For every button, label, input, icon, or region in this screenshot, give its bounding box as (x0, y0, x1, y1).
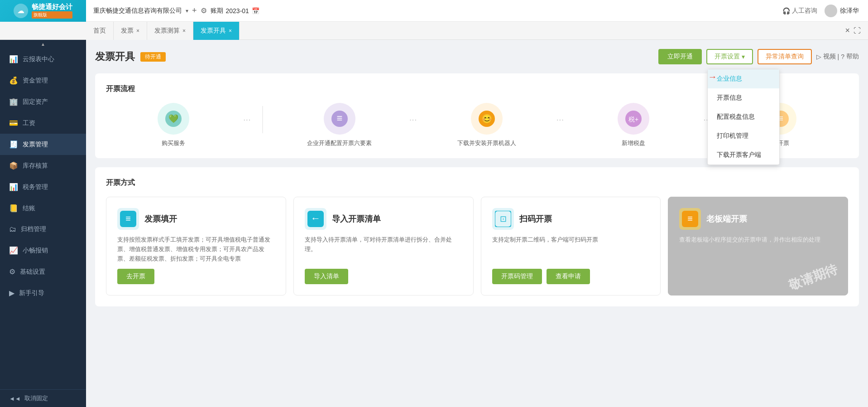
method-card-import: ← 导入开票清单 支持导入待开票清单，可对待开票清单进行拆分、合并处理。 导入清… (293, 197, 474, 296)
guide-icon: ▶ (9, 289, 14, 297)
step3-label: 下载并安装开票机器人 (457, 139, 516, 147)
method-scan-footer: 开票码管理 查看申请 (492, 269, 650, 284)
dropdown-item-invoice-info[interactable]: 开票信息 (708, 88, 779, 107)
logo-text-area: 畅捷通好会计 旗舰版 (32, 3, 72, 19)
settings-icon[interactable]: ⚙ (201, 6, 207, 15)
method-scan-btn1[interactable]: 开票码管理 (492, 269, 542, 284)
user-info[interactable]: 徐泽华 (825, 5, 859, 17)
svg-text:≡: ≡ (336, 112, 342, 124)
invoice-icon: 🧾 (9, 140, 18, 149)
top-right: 🎧 人工咨询 徐泽华 (773, 5, 868, 17)
method-import-btn[interactable]: 导入清单 (305, 269, 348, 284)
method-fill-icon: ≡ (117, 208, 139, 230)
sidebar: ▲ 📊 云报表中心 💰 资金管理 🏢 固定资产 💳 工资 🧾 发票管理 📦 库存… (0, 40, 86, 407)
fund-icon: 💰 (9, 76, 18, 85)
dropdown-item-company-info[interactable]: 企业信息 (708, 69, 779, 88)
tab-issue-close[interactable]: × (229, 28, 232, 34)
activate-button[interactable]: 立即开通 (658, 49, 702, 64)
method-card-boss: ≡ 老板端开票 查看老板端小程序提交的开票申请，并作出相应的处理 敬请期待 (668, 197, 848, 296)
tab-issue[interactable]: 发票开具 × (193, 22, 240, 40)
sidebar-item-tax[interactable]: 📊 税务管理 (0, 176, 86, 198)
divider-1 (262, 106, 263, 133)
method-fill-header: ≡ 发票填开 (117, 208, 275, 230)
tab-estimate-close[interactable]: × (182, 28, 186, 34)
stock-icon: 📦 (9, 161, 18, 170)
tab-home[interactable]: 首页 (86, 22, 114, 40)
process-step-2: ≡ 企业开通配置开票六要素 (272, 103, 407, 147)
sidebar-item-asset[interactable]: 🏢 固定资产 (0, 91, 86, 112)
company-name[interactable]: 重庆畅捷交通信息咨询有限公司 (93, 7, 182, 15)
method-fill-name: 发票填开 (144, 213, 177, 224)
maximize-icon[interactable]: ⛶ (854, 27, 861, 35)
dropdown-item-printer[interactable]: 打印机管理 (708, 126, 779, 145)
svg-text:税+: 税+ (628, 116, 638, 123)
settings-sidebar-icon: ⚙ (9, 267, 15, 276)
tab-invoice-close[interactable]: × (136, 28, 139, 34)
method-scan-btn2[interactable]: 查看申请 (547, 269, 590, 284)
sidebar-item-fund[interactable]: 💰 资金管理 (0, 70, 86, 91)
dropdown-item-download-client[interactable]: 下载开票客户端 (708, 145, 779, 165)
video-button[interactable]: ▷ 视频 | ? 帮助 (816, 53, 859, 61)
logo-area: ☁ 畅捷通好会计 旗舰版 (0, 0, 86, 22)
step4-label: 新增税盘 (622, 139, 645, 147)
close-window-icon[interactable]: × (845, 26, 850, 35)
step1-icon: 💚 (158, 103, 189, 135)
dropdown-item-tax-config[interactable]: 配置税盘信息 (708, 107, 779, 126)
method-fill-footer: 去开票 (117, 269, 275, 284)
cancel-pin-button[interactable]: ◄◄ 取消固定 (0, 390, 86, 407)
methods-section: 开票方式 ≡ 发票填开 支持按照发票样式手工填开发票；可开具增值税电子普通发票、… (95, 167, 859, 306)
add-company-button[interactable]: + (192, 6, 197, 15)
step2-label: 企业开通配置开票六要素 (307, 139, 372, 147)
tab-invoice[interactable]: 发票 × (114, 22, 147, 40)
asset-icon: 🏢 (9, 97, 18, 106)
settings-dropdown: 企业信息 开票信息 配置税盘信息 打印机管理 下载开票客户端 (707, 69, 780, 165)
exception-button[interactable]: 异常清单查询 (758, 49, 812, 64)
report-icon: 📈 (9, 246, 18, 255)
method-fill-btn[interactable]: 去开票 (117, 269, 154, 284)
method-scan-desc: 支持定制开票二维码，客户端可扫码开票 (492, 235, 650, 245)
arrow-1: ··· (241, 114, 253, 125)
logo-icon: ☁ (14, 4, 28, 18)
method-scan-name: 扫码开票 (519, 213, 552, 224)
wage-icon: 💳 (9, 119, 18, 127)
method-import-header: ← 导入开票清单 (305, 208, 462, 230)
svg-text:≡: ≡ (125, 213, 131, 223)
settings-button[interactable]: 开票设置 ▾ (706, 49, 753, 64)
page-actions: 立即开通 开票设置 ▾ 异常清单查询 ▷ 视频 | ? 帮助 企业信息 开票信息 (658, 49, 859, 64)
svg-text:💚: 💚 (168, 114, 179, 124)
arrow-2: ··· (407, 114, 419, 125)
company-dropdown-icon[interactable]: ▾ (186, 8, 188, 14)
sidebar-item-guide[interactable]: ▶ 新手引导 (0, 282, 86, 304)
nav-tabs: 首页 发票 × 发票测算 × 发票开具 × × ⛶ (0, 22, 868, 40)
sidebar-item-stock[interactable]: 📦 库存核算 (0, 155, 86, 176)
process-step-1: 💚 购买服务 (106, 103, 241, 147)
step2-icon: ≡ (324, 103, 355, 135)
sidebar-item-account[interactable]: 📒 结账 (0, 198, 86, 219)
sidebar-item-settings[interactable]: ⚙ 基础设置 (0, 261, 86, 282)
calendar-icon[interactable]: 📅 (252, 7, 259, 15)
tab-estimate[interactable]: 发票测算 × (147, 22, 193, 40)
red-arrow-indicator: → (708, 72, 717, 82)
method-boss-name: 老板端开票 (706, 213, 747, 224)
consult-button[interactable]: 🎧 人工咨询 (782, 7, 817, 15)
methods-section-title: 开票方式 (106, 178, 848, 188)
sidebar-item-archive[interactable]: 🗂 归档管理 (0, 219, 86, 240)
company-area: 重庆畅捷交通信息咨询有限公司 ▾ + ⚙ 账期 2023-01 📅 (86, 6, 267, 15)
sidebar-item-invoice[interactable]: 🧾 发票管理 (0, 134, 86, 155)
status-badge: 待开通 (140, 52, 166, 62)
method-import-footer: 导入清单 (305, 269, 462, 284)
method-fill-desc: 支持按照发票样式手工填开发票；可开具增值税电子普通发票、增值税普通发票、增值税专… (117, 235, 275, 263)
sidebar-item-wage[interactable]: 💳 工资 (0, 112, 86, 134)
app-title: 畅捷通好会计 (32, 3, 72, 11)
page-title: 发票开具 (95, 50, 135, 63)
method-card-scan: ⊡ 扫码开票 支持定制开票二维码，客户端可扫码开票 开票码管理 查看申请 (481, 197, 661, 296)
watermark: 敬请期待 (786, 261, 840, 294)
method-scan-header: ⊡ 扫码开票 (492, 208, 650, 230)
period-info: 账期 2023-01 📅 (211, 7, 259, 15)
chevron-down-icon: ▾ (742, 53, 745, 60)
cloud-report-icon: 📊 (9, 55, 18, 63)
sidebar-item-cloud-report[interactable]: 📊 云报表中心 (0, 48, 86, 70)
sidebar-item-report[interactable]: 📈 小畅报销 (0, 240, 86, 261)
pin-icon: ◄◄ (9, 395, 21, 402)
page-header: 发票开具 待开通 立即开通 开票设置 ▾ 异常清单查询 ▷ 视频 | ? 帮助 (95, 49, 859, 64)
